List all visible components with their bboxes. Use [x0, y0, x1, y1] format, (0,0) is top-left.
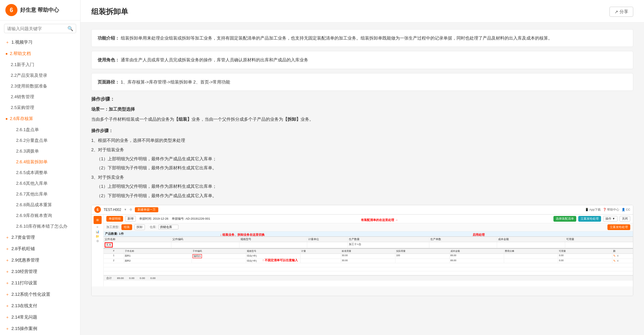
- plus-icon-6: ＋: [5, 280, 9, 286]
- sidebar-item-assemble[interactable]: 2.6.4组装拆卸单: [0, 157, 80, 167]
- ss-warehouse-input[interactable]: [158, 225, 178, 229]
- ss-col-parent-name: 父件名称: [104, 237, 171, 241]
- ss-br2-cost: 89.00: [450, 259, 504, 263]
- step3-1: （1）上部明细为父件明细，最终作为原材料生成其它出库单；: [91, 182, 633, 190]
- sidebar-item-goods-cost[interactable]: 2.6.8商品成本重算: [0, 200, 80, 210]
- sidebar-item-inventory[interactable]: ● 2.6库存核算: [0, 113, 80, 124]
- sidebar-item-adjust[interactable]: 2.6.3调拨单: [0, 146, 80, 157]
- sidebar-item-other-in[interactable]: 2.6.6其他入库单: [0, 178, 80, 189]
- ss-footer-total: 0.00: [150, 277, 156, 280]
- sidebar-item-cost-adjust[interactable]: 2.6.5成本调整单: [0, 167, 80, 178]
- sidebar-header: 6 好生意 帮助中心: [0, 0, 80, 20]
- plus-icon-3: ＋: [5, 246, 9, 252]
- sidebar-item-coupon[interactable]: ＋ 2.9优惠券管理: [0, 255, 80, 266]
- search-input[interactable]: [7, 26, 67, 31]
- ss-no-field: 单据编号: AD-20191226-001: [172, 217, 210, 221]
- ss-parent-count: 产品数量: 1件: [105, 232, 124, 235]
- plus-icon-5: ＋: [5, 269, 9, 275]
- sidebar-item-stock-check[interactable]: 2.6.9库存账本查询: [0, 210, 80, 221]
- ss-col-unit: 计量单位: [307, 237, 348, 241]
- sidebar-item-cases[interactable]: ＋ 2.15操作案例: [0, 323, 80, 334]
- sidebar-item-data-prep[interactable]: 2.3使用前数据准备: [0, 81, 80, 92]
- ss-detail-tab: 单据明细: [106, 216, 123, 222]
- ss-br2-code: [192, 259, 246, 263]
- ss-parent-spec-val: [239, 242, 307, 248]
- ss-br1-actions: ✎ ✕: [612, 254, 633, 259]
- ss-br2-std: 30.00: [341, 259, 395, 263]
- role-label: 使用角色：: [98, 57, 119, 62]
- sidebar-item-split-count[interactable]: 2.6.2分量盘点单: [0, 135, 80, 146]
- share-button[interactable]: ↗ 分享: [609, 7, 633, 17]
- plus-icon: ＋: [5, 40, 9, 45]
- ss-bh-avail: 可用量: [558, 249, 612, 253]
- ss-br2-avail: 0.00: [558, 259, 612, 263]
- sidebar-item-operations[interactable]: ＋ 2.10经营管理: [0, 266, 80, 277]
- ss-parent-header: 产品数量: 1件: [104, 231, 633, 237]
- ss-red-box-name: 关木: [105, 242, 113, 247]
- sidebar-item-online-pay[interactable]: ＋ 2.13在线支付: [0, 300, 80, 312]
- step2: 2、对于组装业务: [91, 146, 633, 154]
- ss-edit-icon-1: ✎: [613, 254, 616, 258]
- sidebar-item-other-out[interactable]: 2.6.7其他出库单: [0, 189, 80, 200]
- search-icon[interactable]: 🔍: [67, 26, 73, 31]
- ss-col-parent-code: 父件编码: [171, 237, 239, 241]
- ss-br1-avail: 0.00: [558, 254, 612, 259]
- ss-col-qty1: 生产数量: [348, 237, 429, 241]
- sidebar-item-docs[interactable]: ● 2.帮助文档: [0, 48, 80, 59]
- sidebar-item-sales[interactable]: 2.4销售管理: [0, 92, 80, 102]
- sidebar-item-purchase[interactable]: 2.5采购管理: [0, 102, 80, 113]
- ss-br1-code: 编码01: [192, 254, 246, 259]
- ss-bh-child-code: 子件编码: [192, 249, 246, 253]
- ss-br2-actions: ✎ ✕: [612, 259, 633, 263]
- ss-col-qty2: 生产单数: [429, 237, 497, 241]
- sidebar-item-count[interactable]: 2.6.1盘点单: [0, 124, 80, 135]
- ss-parent-qty2-val: [429, 242, 497, 248]
- logo-icon: 6: [5, 4, 17, 16]
- ss-parent-code-val: [171, 242, 239, 248]
- ss-topbar: 6 TEST-H002 ▼ ⚙ 新建单据一万 📱 App下载 ❓ 帮助中心 👤 …: [92, 205, 633, 215]
- sidebar-item-mobile[interactable]: ＋ 2.8手机旺铺: [0, 243, 80, 255]
- main-content: 组装拆卸单 ↗ 分享 功能介绍： 组装拆卸单用来处理企业组装或拆卸等加工业务，支…: [80, 0, 644, 335]
- sidebar-item-personalize[interactable]: ＋ 2.12系统个性化设置: [0, 289, 80, 300]
- content-body: 功能介绍： 组装拆卸单用来处理企业组装或拆卸等加工业务，支持有固定装配清单的产品…: [80, 22, 644, 303]
- plus-icon-2: ＋: [5, 235, 9, 240]
- ss-br1-no: 1: [104, 254, 124, 259]
- ss-gear-icon: ⚙: [129, 208, 132, 211]
- minus-icon: ●: [5, 51, 8, 56]
- sidebar-item-newcomer[interactable]: 2.1新手入门: [0, 59, 80, 70]
- ss-br2-no: 2: [104, 259, 124, 263]
- ss-footer-avail: 0.00: [140, 277, 145, 280]
- ss-top-header: 父件名称 父件编码 规格型号 计量单位 生产数量 生产单数 成本金额 可用量: [104, 237, 633, 242]
- ss-bh-child-name: 子件名称: [124, 249, 192, 253]
- ss-list-icon: ≡: [97, 225, 98, 229]
- scene1-title: 场景一：加工类型选择: [91, 106, 633, 112]
- ss-col-cost: 成本金额: [497, 237, 565, 241]
- ss-footer-cost: 89.00: [117, 277, 124, 280]
- ss-app-icon: 📱 App下载: [585, 208, 601, 212]
- sidebar-item-account-error[interactable]: 2.6.10库存账本错了怎么办: [0, 221, 80, 232]
- ss-br2-unit: [301, 259, 341, 263]
- ss-footer-label: 合计: [106, 276, 112, 280]
- role-text: 通常由生产人员或库管人员完成拆装业务的操作，库管人员确认原材料的出库和产成品的入…: [121, 57, 308, 62]
- ss-disassemble-btn: 拆卸: [134, 224, 145, 230]
- step3-2: （2）下部明细为子件明细，最终作为产成品生成其它入库单。: [91, 192, 633, 200]
- ss-bottom-row-3: [104, 263, 633, 267]
- search-box[interactable]: 🔍: [4, 24, 76, 33]
- sidebar-item-capital[interactable]: ＋ 2.7资金管理: [0, 232, 80, 243]
- sidebar-item-video[interactable]: ＋ 1.视频学习: [0, 37, 80, 48]
- ss-type-row: 加工类型: 组装 拆卸 仓库: 立案发给处理: [104, 223, 633, 231]
- sidebar-item-faq[interactable]: ＋ 2.14常见问题: [0, 312, 80, 323]
- sidebar-item-install[interactable]: 2.2产品安装及登录: [0, 70, 80, 81]
- ss-select-bom-btn: 选择装配清单: [553, 216, 576, 222]
- ss-settings-icon: ⚙: [96, 239, 99, 243]
- ss-process-btn: 立案发给处理: [578, 216, 601, 222]
- ss-warehouse-label: 仓库:: [150, 225, 157, 229]
- ss-parent-unit-val: [307, 242, 348, 248]
- ss-parent-avail-val: [565, 242, 633, 248]
- step3: 3、对于拆卖业务: [91, 173, 633, 181]
- ss-new-doc-btn: 新增: [125, 216, 136, 222]
- ss-col-spec: 规格型号: [239, 237, 307, 241]
- path-label: 页面路径：: [98, 79, 119, 85]
- ss-parent-name-val: 关木: [104, 242, 171, 248]
- sidebar-item-print[interactable]: ＋ 2.11打印设置: [0, 277, 80, 289]
